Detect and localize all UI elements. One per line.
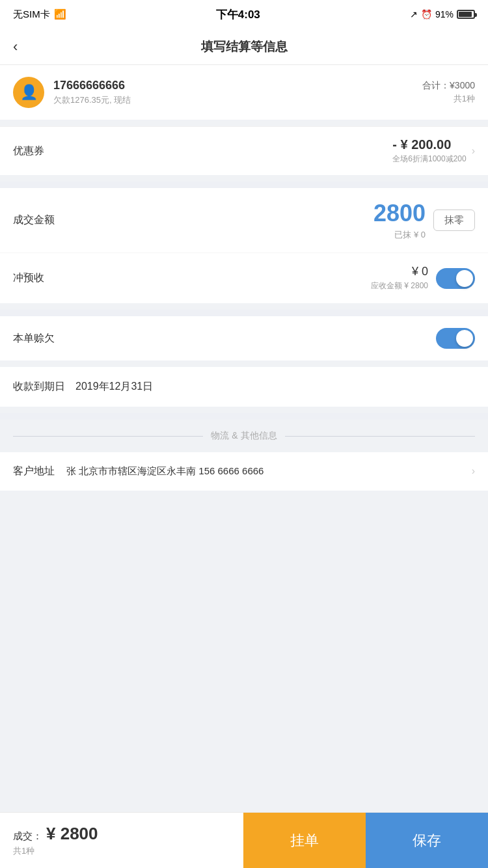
divider-line-right [285, 436, 475, 437]
carrier-label: 无SIM卡 [13, 8, 50, 21]
wifi-icon: 📶 [54, 8, 66, 20]
battery-icon [457, 10, 475, 19]
bottom-summary: 成交： ¥ 2800 共1种 [0, 824, 243, 857]
separator-1 [0, 182, 488, 188]
chongyu-toggle[interactable] [436, 268, 475, 289]
chongyu-sub: 应收金额 ¥ 2800 [371, 280, 428, 292]
total-label: 合计：¥3000 [422, 80, 475, 92]
deal-amount-section: 成交金额 2800 已抹 ¥ 0 抹零 冲预收 ¥ 0 应收金额 ¥ 2800 [0, 188, 488, 303]
user-total: 合计：¥3000 共1种 [422, 80, 475, 105]
chongyu-label: 冲预收 [13, 271, 44, 285]
separator-3 [0, 413, 488, 420]
arrears-label: 本单赊欠 [13, 332, 55, 346]
coupon-row[interactable]: 优惠券 - ¥ 200.00 全场6折满1000减200 › [0, 126, 488, 175]
user-phone: 17666666666 [53, 79, 131, 92]
deal-amount-value: 2800 [373, 200, 426, 226]
divider-line-left [13, 436, 203, 437]
suspend-button[interactable]: 挂单 [243, 813, 366, 869]
due-date-row: 收款到期日 2019年12月31日 [0, 367, 488, 407]
collection-date: 2019年12月31日 [75, 380, 153, 394]
content-area: 👤 17666666666 欠款1276.35元, 现结 合计：¥3000 共1… [0, 65, 488, 686]
location-icon: ↗ [410, 9, 418, 20]
coupon-chevron-icon: › [472, 145, 475, 157]
user-card: 👤 17666666666 欠款1276.35元, 现结 合计：¥3000 共1… [0, 65, 488, 120]
coupon-discount: - ¥ 200.00 [392, 137, 466, 152]
address-row[interactable]: 客户地址 张 北京市市辖区海淀区永丰南 156 6666 6666 › [0, 452, 488, 491]
time-label: 下午4:03 [216, 7, 260, 22]
logistics-divider: 物流 & 其他信息 [0, 420, 488, 452]
back-button[interactable]: ‹ [8, 33, 23, 61]
user-sub: 欠款1276.35元, 现结 [53, 94, 131, 106]
bottom-deal-count: 共1种 [13, 845, 230, 857]
bottom-deal-amount: ¥ 2800 [46, 824, 98, 844]
address-content: 张 北京市市辖区海淀区永丰南 156 6666 6666 [66, 464, 464, 479]
deal-amount-sub: 已抹 ¥ 0 [373, 229, 426, 241]
deal-amount-row: 成交金额 2800 已抹 ¥ 0 抹零 [0, 188, 488, 253]
deal-amount-label: 成交金额 [13, 213, 55, 227]
status-bar: 无SIM卡 📶 下午4:03 ↗ ⏰ 91% [0, 0, 488, 29]
round-button[interactable]: 抹零 [433, 210, 475, 231]
battery-label: 91% [435, 9, 454, 20]
status-left: 无SIM卡 📶 [13, 8, 66, 21]
save-button[interactable]: 保存 [366, 813, 488, 869]
gray-area [0, 491, 488, 621]
bottom-bar: 成交： ¥ 2800 共1种 挂单 保存 [0, 812, 488, 868]
arrears-toggle[interactable] [436, 328, 475, 349]
address-label: 客户地址 [13, 465, 59, 478]
logistics-label: 物流 & 其他信息 [211, 430, 277, 442]
status-right: ↗ ⏰ 91% [410, 9, 475, 20]
avatar: 👤 [13, 77, 44, 108]
coupon-sub: 全场6折满1000减200 [392, 154, 466, 165]
coupon-label: 优惠券 [13, 144, 44, 158]
user-info: 17666666666 欠款1276.35元, 现结 [53, 79, 131, 106]
nav-bar: ‹ 填写结算等信息 [0, 29, 488, 65]
chongyu-amount: ¥ 0 [371, 265, 428, 278]
bottom-deal-label: 成交： [13, 830, 42, 843]
collection-label: 收款到期日 [13, 380, 65, 394]
arrears-row: 本单赊欠 [0, 316, 488, 360]
address-chevron-icon: › [472, 465, 475, 477]
page-title: 填写结算等信息 [201, 38, 288, 55]
chongyu-row: 冲预收 ¥ 0 应收金额 ¥ 2800 [0, 253, 488, 303]
total-count: 共1种 [422, 93, 475, 105]
separator-2 [0, 310, 488, 316]
arrears-section: 本单赊欠 [0, 316, 488, 360]
alarm-icon: ⏰ [421, 9, 432, 20]
